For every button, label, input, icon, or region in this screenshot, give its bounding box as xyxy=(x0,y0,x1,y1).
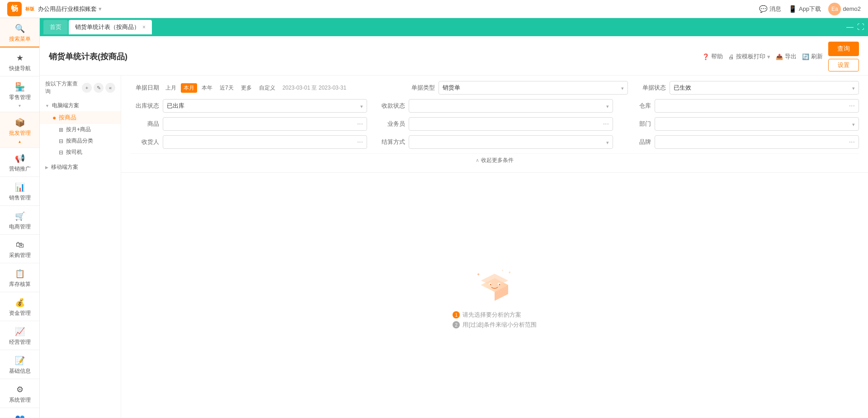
sidebar-item-purchase[interactable]: 🛍 采购管理 xyxy=(0,235,39,263)
sidebar-item-operations[interactable]: 📈 经营管理 xyxy=(0,321,39,350)
company-selector[interactable]: 办公用品行业模拟账套 ▾ xyxy=(38,5,102,13)
tab-active[interactable]: 销货单统计表（按商品） × xyxy=(69,20,152,34)
main-content: 单据日期 上月 本月 本年 近7天 更多 自定义 20 xyxy=(121,76,868,418)
page-header: 销货单统计表(按商品) ❓ 帮助 🖨 按模板打印 ▾ 📤 导出 🔄 刷新 xyxy=(40,36,868,76)
sidebar-item-retail[interactable]: 🏪 零售管理 ▾ xyxy=(0,76,39,112)
search-icon: 🔍 xyxy=(15,24,25,33)
out-status-select[interactable]: 已出库 xyxy=(163,99,367,113)
doc-type-select[interactable]: 销货单 xyxy=(439,81,628,95)
message-btn[interactable]: 💬 消息 xyxy=(759,5,781,13)
brand-input[interactable]: ··· xyxy=(655,135,859,149)
topbar-right: 💬 消息 📱 App下载 Ea demo2 xyxy=(759,3,861,15)
doc-status-label: 单据状态 xyxy=(637,84,670,92)
filter-recipient-section: 收货人 ··· xyxy=(130,135,376,149)
tab-maximize-btn[interactable]: ⛶ xyxy=(857,23,864,31)
scheme-sub-item-goods-category[interactable]: ⊟ 按商品分类 xyxy=(40,135,121,147)
sidebar-item-search[interactable]: 🔍 搜索菜单 xyxy=(0,18,39,48)
shortcut-more[interactable]: 更多 xyxy=(238,83,255,93)
sidebar-item-enterprise[interactable]: 👥 企业协同 xyxy=(0,408,39,418)
filter-warehouse-section: 仓库 ··· xyxy=(622,99,859,113)
svg-text:✦: ✦ xyxy=(476,272,480,277)
app-subtitle: 标版 xyxy=(25,6,34,12)
edit-scheme-btn[interactable]: ✎ xyxy=(94,83,104,93)
sidebar-item-wholesale[interactable]: 📦 批发管理 ▴ xyxy=(0,112,39,148)
svg-text:✦: ✦ xyxy=(508,271,511,275)
finance-icon: 💰 xyxy=(15,298,25,308)
empty-hint-1: 1 请先选择要分析的方案 xyxy=(453,311,536,319)
salesperson-input[interactable]: ··· xyxy=(409,117,613,131)
shortcut-last-month[interactable]: 上月 xyxy=(163,83,179,93)
tab-minimize-btn[interactable]: — xyxy=(846,23,854,31)
date-shortcuts: 上月 本月 本年 近7天 更多 自定义 xyxy=(163,83,278,93)
sidebar-item-ecommerce[interactable]: 🛒 电商管理 xyxy=(0,206,39,235)
sidebar-item-inventory[interactable]: 📋 库存核算 xyxy=(0,263,39,292)
warehouse-input[interactable]: ··· xyxy=(655,99,859,113)
shortcut-7days[interactable]: 近7天 xyxy=(217,83,236,93)
sidebar-item-sales[interactable]: 📊 销售管理 xyxy=(0,177,39,206)
collapse-bar[interactable]: ∧ 收起更多条件 xyxy=(130,153,859,167)
filter-payment-section: 结算方式 xyxy=(376,135,622,149)
page-title: 销货单统计表(按商品) xyxy=(49,51,127,62)
scheme-group-desktop: ▼ 电脑端方案 ● 按商品 ⊞ 按月+商品 ⊟ 按商品分类 xyxy=(40,98,121,160)
filter-brand-section: 品牌 ··· xyxy=(622,135,859,149)
out-status-chevron xyxy=(360,103,363,109)
filter-doc-status-section: 单据状态 已生效 xyxy=(637,81,859,95)
scheme-sub-item-driver[interactable]: ⊟ 按司机 xyxy=(40,147,121,158)
settings-btn[interactable]: 设置 xyxy=(828,59,859,71)
receipt-status-label: 收款状态 xyxy=(376,102,409,110)
out-status-label: 出库状态 xyxy=(130,102,163,110)
scheme-item-by-goods[interactable]: ● 按商品 xyxy=(40,111,121,124)
shortcut-this-month[interactable]: 本月 xyxy=(181,83,197,93)
department-chevron xyxy=(852,121,855,128)
collapse-panel-btn[interactable]: « xyxy=(105,83,115,93)
help-btn[interactable]: ❓ 帮助 xyxy=(702,52,723,61)
empty-text: 1 请先选择要分析的方案 2 用[过滤]条件来缩小分析范围 xyxy=(453,311,536,331)
doc-status-select[interactable]: 已生效 xyxy=(670,81,859,95)
sidebar-item-marketing[interactable]: 📢 营销推广 xyxy=(0,148,39,177)
system-icon: ⚙ xyxy=(16,385,24,394)
shortcut-this-year[interactable]: 本年 xyxy=(199,83,215,93)
ecommerce-icon: 🛒 xyxy=(15,211,25,221)
department-label: 部门 xyxy=(622,120,655,128)
department-select[interactable] xyxy=(655,117,859,131)
query-buttons: 查询 设置 xyxy=(828,42,859,71)
empty-state: ✦ ✦ ✦ 1 请先选择要分析的方案 2 用[过滤]条件来缩小分析范围 xyxy=(121,173,868,418)
warehouse-dots[interactable]: ··· xyxy=(849,102,855,110)
goods-dots[interactable]: ··· xyxy=(357,120,363,128)
brand-dots[interactable]: ··· xyxy=(849,138,855,146)
filter-row-2: 出库状态 已出库 收款状态 xyxy=(130,99,859,113)
recipient-label: 收货人 xyxy=(130,138,163,146)
svg-point-7 xyxy=(499,284,500,285)
sidebar-item-finance[interactable]: 💰 资金管理 xyxy=(0,292,39,321)
shortcut-custom[interactable]: 自定义 xyxy=(256,83,278,93)
export-btn[interactable]: 📤 导出 xyxy=(776,52,797,61)
query-btn[interactable]: 查询 xyxy=(828,42,859,56)
add-scheme-btn[interactable]: + xyxy=(82,83,92,93)
refresh-btn[interactable]: 🔄 刷新 xyxy=(802,52,823,61)
warehouse-label: 仓库 xyxy=(622,102,655,110)
tab-home[interactable]: 首页 xyxy=(43,20,68,34)
filter-department-section: 部门 xyxy=(622,117,859,131)
sidebar-item-system[interactable]: ⚙ 系统管理 xyxy=(0,379,39,408)
user-menu[interactable]: Ea demo2 xyxy=(828,3,861,15)
scheme-group-desktop-label[interactable]: ▼ 电脑端方案 xyxy=(40,100,121,111)
basic-info-icon: 📝 xyxy=(15,356,25,366)
payment-select[interactable] xyxy=(409,135,613,149)
filter-goods-section: 商品 ··· xyxy=(130,117,376,131)
app-download-btn[interactable]: 📱 App下载 xyxy=(788,5,821,13)
scheme-sub-item-month-goods[interactable]: ⊞ 按月+商品 xyxy=(40,124,121,135)
goods-input[interactable]: ··· xyxy=(163,117,367,131)
scheme-group-mobile-label[interactable]: ▶ 移动端方案 xyxy=(40,162,121,173)
recipient-input[interactable]: ··· xyxy=(163,135,367,149)
recipient-dots[interactable]: ··· xyxy=(357,138,363,146)
date-label: 单据日期 xyxy=(130,84,163,92)
sidebar-item-quick-nav[interactable]: ★ 快捷导航 xyxy=(0,48,39,76)
tab-close-btn[interactable]: × xyxy=(142,24,146,30)
receipt-status-select[interactable] xyxy=(409,99,613,113)
sidebar-item-basic-info[interactable]: 📝 基础信息 xyxy=(0,350,39,379)
template-print-btn[interactable]: 🖨 按模板打印 ▾ xyxy=(728,52,770,61)
wholesale-icon: 📦 xyxy=(15,118,25,128)
salesperson-dots[interactable]: ··· xyxy=(603,120,609,128)
left-panel: 按以下方案查询 + ✎ « ▼ 电脑端方案 ● 按商品 xyxy=(40,76,121,418)
star-icon: ★ xyxy=(16,53,24,63)
